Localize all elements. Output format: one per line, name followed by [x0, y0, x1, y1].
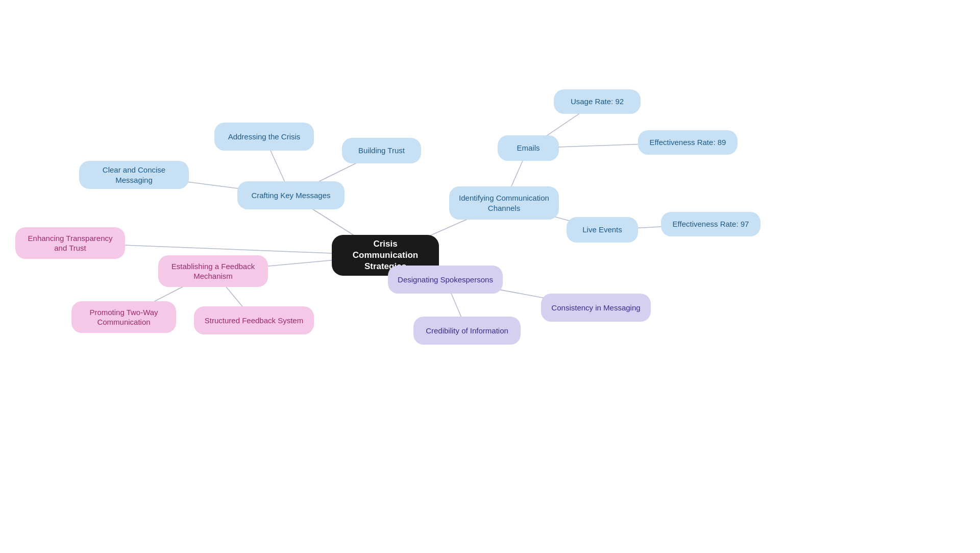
node-liveevents[interactable]: Live Events [567, 217, 638, 243]
node-usage[interactable]: Usage Rate: 92 [554, 89, 641, 114]
node-addressing[interactable]: Addressing the Crisis [214, 123, 314, 151]
node-clear[interactable]: Clear and Concise Messaging [79, 161, 189, 189]
node-effectiveness97[interactable]: Effectiveness Rate: 97 [661, 212, 761, 236]
node-crafting[interactable]: Crafting Key Messages [237, 181, 345, 209]
node-structured[interactable]: Structured Feedback System [194, 306, 314, 334]
node-consistency[interactable]: Consistency in Messaging [541, 294, 651, 322]
node-effectiveness89[interactable]: Effectiveness Rate: 89 [638, 130, 738, 155]
node-designating[interactable]: Designating Spokespersons [388, 266, 503, 294]
node-building[interactable]: Building Trust [342, 138, 421, 163]
node-emails[interactable]: Emails [498, 135, 559, 161]
node-identifying[interactable]: Identifying Communication Channels [449, 186, 559, 220]
node-establishing[interactable]: Establishing a Feedback Mechanism [158, 255, 268, 287]
node-credibility[interactable]: Credibility of Information [413, 317, 521, 345]
node-promoting[interactable]: Promoting Two-Way Communication [71, 301, 176, 333]
node-enhancing[interactable]: Enhancing Transparency and Trust [15, 227, 125, 259]
